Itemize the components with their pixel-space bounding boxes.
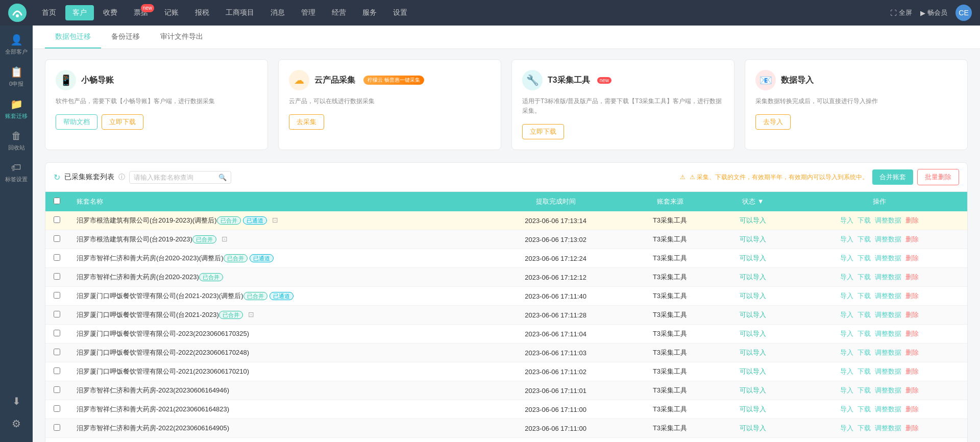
- action-删除[interactable]: 删除: [905, 235, 919, 243]
- action-删除[interactable]: 删除: [905, 216, 919, 224]
- action-导入[interactable]: 导入: [840, 349, 853, 356]
- action-导入[interactable]: 导入: [840, 216, 853, 224]
- action-调整数据[interactable]: 调整数据: [875, 254, 901, 262]
- action-删除[interactable]: 删除: [905, 405, 919, 413]
- action-调整数据[interactable]: 调整数据: [875, 330, 901, 337]
- fullscreen-button[interactable]: ⛶ 全屏: [890, 8, 912, 17]
- action-下载[interactable]: 下载: [857, 386, 871, 394]
- select-all-checkbox[interactable]: [54, 198, 60, 204]
- action-调整数据[interactable]: 调整数据: [875, 424, 901, 432]
- action-调整数据[interactable]: 调整数据: [875, 367, 901, 375]
- merge-button[interactable]: 合并账套: [872, 169, 913, 185]
- action-导入[interactable]: 导入: [840, 235, 853, 243]
- row-checkbox[interactable]: [54, 254, 60, 261]
- tab-audit-export[interactable]: 审计文件导出: [150, 26, 213, 48]
- sidebar-download[interactable]: ⬇: [0, 391, 33, 411]
- action-导入[interactable]: 导入: [840, 424, 853, 432]
- nav-service[interactable]: 服务: [355, 5, 384, 20]
- action-删除[interactable]: 删除: [905, 254, 919, 262]
- action-调整数据[interactable]: 调整数据: [875, 349, 901, 356]
- row-checkbox[interactable]: [54, 330, 60, 336]
- row-checkbox[interactable]: [54, 367, 60, 374]
- nav-operate[interactable]: 经营: [325, 5, 353, 20]
- tab-data-migration[interactable]: 数据包迁移: [45, 26, 101, 48]
- tab-backup-migration[interactable]: 备份迁移: [101, 26, 150, 48]
- row-checkbox[interactable]: [54, 424, 60, 431]
- row-checkbox[interactable]: [54, 311, 60, 317]
- action-删除[interactable]: 删除: [905, 349, 919, 356]
- row-cloud-icon[interactable]: ⊡: [222, 235, 228, 243]
- sidebar-item-all-customers[interactable]: 👤 全部客户: [0, 30, 33, 60]
- nav-message[interactable]: 消息: [263, 5, 292, 20]
- action-导入[interactable]: 导入: [840, 292, 853, 300]
- action-删除[interactable]: 删除: [905, 292, 919, 300]
- go-import-button[interactable]: 去导入: [755, 114, 791, 130]
- action-导入[interactable]: 导入: [840, 311, 853, 318]
- batch-delete-button[interactable]: 批量删除: [917, 169, 959, 185]
- help-doc-button[interactable]: 帮助文档: [56, 114, 97, 130]
- nav-home[interactable]: 首页: [35, 5, 63, 20]
- action-删除[interactable]: 删除: [905, 367, 919, 375]
- action-下载[interactable]: 下载: [857, 367, 871, 375]
- action-调整数据[interactable]: 调整数据: [875, 292, 901, 300]
- search-input[interactable]: [134, 174, 215, 181]
- action-删除[interactable]: 删除: [905, 330, 919, 337]
- nav-settings[interactable]: 设置: [386, 5, 414, 20]
- sidebar-item-recycle[interactable]: 🗑 回收站: [0, 126, 33, 156]
- row-cloud-icon[interactable]: ⊡: [248, 310, 254, 318]
- action-调整数据[interactable]: 调整数据: [875, 405, 901, 413]
- nav-manage[interactable]: 管理: [294, 5, 323, 20]
- action-下载[interactable]: 下载: [857, 330, 871, 337]
- row-checkbox[interactable]: [54, 273, 60, 280]
- action-调整数据[interactable]: 调整数据: [875, 235, 901, 243]
- row-checkbox[interactable]: [54, 292, 60, 299]
- action-下载[interactable]: 下载: [857, 424, 871, 432]
- th-status[interactable]: 状态 ▼: [715, 192, 791, 211]
- avatar[interactable]: CE: [955, 5, 972, 21]
- row-checkbox[interactable]: [54, 405, 60, 412]
- go-collect-button[interactable]: 去采集: [289, 114, 324, 130]
- action-导入[interactable]: 导入: [840, 367, 853, 375]
- action-删除[interactable]: 删除: [905, 273, 919, 281]
- refresh-icon[interactable]: ↻: [54, 173, 60, 182]
- action-下载[interactable]: 下载: [857, 273, 871, 281]
- action-删除[interactable]: 删除: [905, 386, 919, 394]
- action-导入[interactable]: 导入: [840, 273, 853, 281]
- nav-fee[interactable]: 收费: [96, 5, 125, 20]
- action-导入[interactable]: 导入: [840, 330, 853, 337]
- member-button[interactable]: ▶ 畅会员: [920, 8, 947, 17]
- t3-download-button[interactable]: 立即下载: [522, 124, 564, 139]
- action-导入[interactable]: 导入: [840, 405, 853, 413]
- sidebar-item-account-migrate[interactable]: 📁 账套迁移: [0, 94, 33, 124]
- action-调整数据[interactable]: 调整数据: [875, 311, 901, 318]
- row-checkbox[interactable]: [54, 386, 60, 393]
- logo[interactable]: [8, 4, 27, 22]
- download-now-button[interactable]: 立即下载: [102, 114, 143, 130]
- action-下载[interactable]: 下载: [857, 216, 871, 224]
- action-下载[interactable]: 下载: [857, 235, 871, 243]
- search-icon[interactable]: 🔍: [218, 174, 227, 181]
- sidebar-item-zero-report[interactable]: 📋 0申报: [0, 62, 33, 92]
- action-下载[interactable]: 下载: [857, 292, 871, 300]
- action-删除[interactable]: 删除: [905, 424, 919, 432]
- row-cloud-icon[interactable]: ⊡: [272, 216, 278, 224]
- nav-customer[interactable]: 客户: [65, 5, 94, 20]
- action-下载[interactable]: 下载: [857, 405, 871, 413]
- action-导入[interactable]: 导入: [840, 254, 853, 262]
- nav-tax[interactable]: 报税: [188, 5, 216, 20]
- row-checkbox[interactable]: [54, 349, 60, 355]
- action-下载[interactable]: 下载: [857, 311, 871, 318]
- action-调整数据[interactable]: 调整数据: [875, 386, 901, 394]
- help-icon[interactable]: ⓘ: [118, 173, 125, 182]
- nav-business[interactable]: 工商项目: [218, 5, 261, 20]
- action-下载[interactable]: 下载: [857, 349, 871, 356]
- action-调整数据[interactable]: 调整数据: [875, 273, 901, 281]
- action-调整数据[interactable]: 调整数据: [875, 216, 901, 224]
- action-删除[interactable]: 删除: [905, 311, 919, 318]
- row-checkbox[interactable]: [54, 216, 60, 223]
- action-导入[interactable]: 导入: [840, 386, 853, 394]
- sidebar-item-tags[interactable]: 🏷 标签设置: [0, 158, 33, 187]
- nav-accounting[interactable]: 记账: [157, 5, 186, 20]
- action-下载[interactable]: 下载: [857, 254, 871, 262]
- nav-ticket[interactable]: 票据 new: [127, 5, 155, 20]
